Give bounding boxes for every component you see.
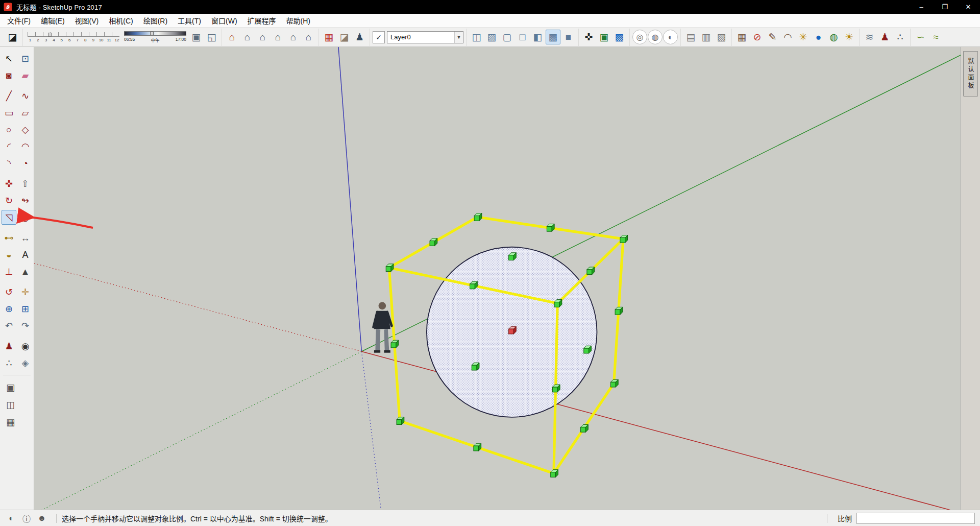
- select-tool[interactable]: ↖: [2, 51, 16, 66]
- scale-handle[interactable]: [554, 300, 562, 307]
- user-status-icon[interactable]: ☻: [36, 512, 48, 524]
- menu-window[interactable]: 窗口(W): [206, 14, 242, 27]
- rotated-rectangle-tool[interactable]: ▱: [18, 105, 33, 120]
- walk-tool[interactable]: ∴: [2, 355, 16, 370]
- sandbox-from-scratch-icon[interactable]: ▦: [734, 30, 749, 44]
- pan-tool[interactable]: ✛: [18, 284, 33, 299]
- zoom-window-tool[interactable]: ⊞: [18, 301, 33, 316]
- display-section-planes-toggle[interactable]: ▣: [3, 380, 18, 395]
- dynamic-component-icon[interactable]: ●: [811, 30, 826, 44]
- minimize-button[interactable]: –: [910, 0, 933, 14]
- scale-handle[interactable]: [620, 235, 628, 243]
- solid-union-icon[interactable]: ◍: [648, 30, 663, 44]
- shadow-date-thumb[interactable]: [48, 33, 52, 37]
- circle-tool[interactable]: ○: [2, 122, 16, 137]
- layer-dropdown[interactable]: Layer0 ▼: [387, 31, 463, 43]
- scale-handle[interactable]: [430, 238, 437, 246]
- lock-icon[interactable]: ▧: [714, 30, 729, 44]
- scale-handle[interactable]: [587, 267, 595, 275]
- shadow-date-track[interactable]: [28, 32, 119, 37]
- monochrome-icon[interactable]: ■: [561, 30, 576, 44]
- close-button[interactable]: ✕: [957, 0, 980, 14]
- shadow-date-slider[interactable]: 123456789101112: [26, 32, 121, 42]
- walk-icon[interactable]: ∴: [893, 30, 908, 44]
- match-photo-icon[interactable]: ▤: [683, 30, 698, 44]
- rectangle-tool[interactable]: ▭: [2, 105, 16, 120]
- view-iso-icon[interactable]: ⌂: [225, 30, 239, 44]
- scale-handle[interactable]: [472, 363, 479, 370]
- section-plane-tool[interactable]: ◈: [18, 355, 33, 370]
- tape-measure-tool[interactable]: ⊷: [2, 230, 16, 245]
- axes-tool[interactable]: ⊥: [2, 264, 16, 279]
- generate-report-icon[interactable]: ✳: [796, 30, 811, 44]
- back-edges-icon[interactable]: ▨: [484, 30, 499, 44]
- text-tool[interactable]: A: [18, 247, 33, 262]
- line-tool[interactable]: ╱: [2, 88, 16, 103]
- dimension-tool[interactable]: ↔: [18, 230, 33, 245]
- display-section-fill-toggle[interactable]: ▦: [3, 415, 18, 429]
- scale-handle[interactable]: [474, 443, 481, 451]
- menu-tools[interactable]: 工具(T): [173, 14, 206, 27]
- group-icon[interactable]: ▣: [597, 30, 611, 44]
- scale-handle[interactable]: [386, 264, 394, 272]
- rotate-tool[interactable]: ↻: [2, 193, 16, 208]
- follow-me-tool[interactable]: ↬: [18, 193, 33, 208]
- default-tray-tab[interactable]: 默认面板: [963, 51, 978, 97]
- scale-figure-icon[interactable]: ♟: [352, 30, 367, 44]
- protractor-tool[interactable]: ◒: [2, 247, 16, 262]
- zoom-tool[interactable]: ⊕: [2, 301, 16, 316]
- scale-handle[interactable]: [397, 417, 404, 425]
- geo-status-icon[interactable]: ◐: [5, 512, 17, 524]
- scale-handle[interactable]: [584, 346, 592, 353]
- view-front-icon[interactable]: ⌂: [255, 30, 270, 44]
- sandbox-smoove-icon[interactable]: ◠: [780, 30, 795, 44]
- freehand-tool[interactable]: ∿: [18, 88, 33, 103]
- scale-handle[interactable]: [551, 470, 558, 477]
- push-pull-tool[interactable]: ⇧: [18, 176, 33, 191]
- shaded-textures-icon[interactable]: ▩: [546, 30, 560, 44]
- scale-handle[interactable]: [391, 340, 399, 348]
- measurement-input[interactable]: [856, 513, 975, 524]
- smooth-icon[interactable]: ≈: [928, 30, 943, 44]
- move-tool[interactable]: ✜: [2, 176, 16, 191]
- pie-tool[interactable]: ◔: [18, 156, 33, 171]
- component-edit-icon[interactable]: ▩: [612, 30, 627, 44]
- scale-handle[interactable]: [474, 213, 482, 221]
- position-camera-tool[interactable]: ♟: [2, 339, 16, 353]
- fog-icon[interactable]: ≋: [862, 30, 877, 44]
- styles-icon[interactable]: ▦: [322, 30, 336, 44]
- menu-edit[interactable]: 编辑(E): [36, 14, 70, 27]
- paint-bucket-tool[interactable]: ◙: [2, 68, 16, 83]
- solid-subtract-icon[interactable]: ◐: [663, 30, 678, 44]
- scale-handle[interactable]: [610, 379, 618, 387]
- chevron-down-icon[interactable]: ▼: [454, 32, 463, 43]
- display-section-cuts-toggle[interactable]: ◫: [3, 397, 18, 412]
- scale-handle[interactable]: [470, 281, 478, 289]
- shadow-time-track[interactable]: [124, 31, 186, 36]
- model-page-icon[interactable]: ◪: [5, 30, 20, 44]
- scale-center-handle[interactable]: [509, 326, 517, 334]
- three-point-arc-tool[interactable]: ◝: [2, 156, 16, 171]
- menu-extensions[interactable]: 扩展程序: [242, 14, 281, 27]
- polygon-tool[interactable]: ◇: [18, 122, 33, 137]
- shaded-icon[interactable]: ◧: [530, 30, 545, 44]
- orbit-tool[interactable]: ↺: [2, 284, 16, 299]
- materials-icon[interactable]: ◪: [337, 30, 352, 44]
- viewport[interactable]: [34, 47, 961, 510]
- menu-draw[interactable]: 绘图(R): [138, 14, 173, 27]
- scale-handle[interactable]: [581, 424, 589, 432]
- make-component-tool[interactable]: ⊡: [18, 51, 33, 66]
- shadow-toggle-icon[interactable]: ◱: [204, 30, 219, 44]
- view-left-icon[interactable]: ⌂: [301, 30, 316, 44]
- sandbox-freehand-icon[interactable]: ⊘: [750, 30, 765, 44]
- edit-texture-icon[interactable]: ▥: [699, 30, 714, 44]
- scale-tool[interactable]: ◹: [2, 210, 16, 225]
- maximize-button[interactable]: ❐: [933, 0, 957, 14]
- menu-file[interactable]: 文件(F): [2, 14, 36, 27]
- scale-handle[interactable]: [552, 385, 560, 392]
- eraser-tool[interactable]: ▰: [18, 68, 33, 83]
- credits-status-icon[interactable]: ⓘ: [20, 512, 33, 524]
- xray-icon[interactable]: ◫: [469, 30, 484, 44]
- hidden-line-icon[interactable]: □: [515, 30, 530, 44]
- view-back-icon[interactable]: ⌂: [286, 30, 301, 44]
